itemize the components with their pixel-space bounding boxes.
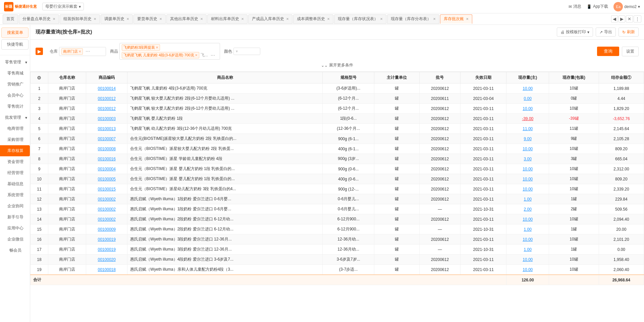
user-profile[interactable]: Ea demo2 ▾: [613, 2, 640, 11]
row-qty[interactable]: 10.00: [506, 184, 549, 194]
refresh-btn[interactable]: ↻ 刷新: [619, 28, 639, 37]
row-code[interactable]: 00100018: [86, 265, 127, 275]
sidebar-item-member-club[interactable]: 畅会员: [0, 245, 30, 256]
sidebar-item-retail-stats[interactable]: 零售统计: [0, 101, 30, 112]
sidebar-item-wholesale[interactable]: 批发管理 ▾: [0, 112, 30, 123]
product-input[interactable]: 飞鹤奶粉3段两提装 ✕ 飞鹤星飞帆 儿童奶粉 4段(3-6岁适用) 700克 ✕…: [119, 43, 220, 60]
quick-nav-btn[interactable]: 快捷导航: [1, 39, 29, 50]
row-code[interactable]: 00100019: [86, 245, 127, 255]
row-code[interactable]: 00100008: [86, 144, 127, 154]
warehouse-tag-remove[interactable]: ✕: [78, 50, 81, 53]
tab-prev[interactable]: ◀: [611, 15, 618, 22]
row-code[interactable]: 00100002: [86, 204, 127, 214]
row-qty[interactable]: 10.00: [506, 104, 549, 114]
row-code[interactable]: 00100016: [86, 154, 127, 164]
row-qty[interactable]: 2.00: [506, 204, 549, 214]
row-code[interactable]: 00100012: [86, 104, 127, 114]
settings-icon[interactable]: ⚙: [37, 75, 41, 80]
row-qty[interactable]: 10.00: [506, 234, 549, 245]
tab-close[interactable]: ✕: [53, 17, 55, 21]
row-qty[interactable]: 0.00: [506, 94, 549, 104]
row-qty[interactable]: 10.00: [506, 84, 549, 94]
sidebar-item-enterprise[interactable]: 企业协同: [0, 201, 30, 212]
row-qty[interactable]: -39.00: [506, 114, 549, 124]
sidebar-item-marketing[interactable]: 营销推广: [0, 79, 30, 90]
sidebar-item-operations[interactable]: 经营管理: [0, 167, 30, 178]
tab-close[interactable]: ✕: [126, 17, 129, 21]
tab-fenpan[interactable]: 分量盘点单历史 ✕: [19, 14, 59, 24]
row-code[interactable]: 00100004: [86, 164, 127, 174]
sidebar-item-members[interactable]: 会员中心: [0, 90, 30, 101]
product-tag-1-remove[interactable]: ✕: [156, 46, 158, 49]
tab-close[interactable]: ✕: [286, 17, 289, 21]
row-code[interactable]: 00100019: [86, 234, 127, 245]
row-qty[interactable]: 10.00: [506, 174, 549, 184]
row-code[interactable]: 00100020: [86, 255, 127, 265]
search-menu-btn[interactable]: 搜索菜单: [1, 28, 29, 38]
sidebar-item-inventory[interactable]: 库存核算: [0, 145, 30, 156]
tab-close[interactable]: ✕: [327, 17, 330, 21]
setting-btn[interactable]: 设置: [622, 47, 639, 56]
row-code[interactable]: 00100005: [86, 174, 127, 184]
sidebar-item-retail[interactable]: 零售管理 ▾: [0, 57, 30, 68]
row-qty[interactable]: 10.00: [506, 265, 549, 275]
tab-zuzhuang[interactable]: 组装拆卸单历史 ✕: [60, 14, 100, 24]
tab-kucun-pici[interactable]: 库存批次账 ✕: [440, 14, 472, 24]
query-btn[interactable]: 查询: [597, 47, 619, 56]
tab-chancheng[interactable]: 产成品入库单历史 ✕: [248, 14, 292, 24]
sidebar-item-guide[interactable]: 新手引导: [0, 212, 30, 223]
row-code[interactable]: 00100013: [86, 124, 127, 134]
row-qty[interactable]: 10.00: [506, 255, 549, 265]
sidebar-item-system[interactable]: 系统管理: [0, 190, 30, 201]
app-download-btn[interactable]: 📱 App下载: [587, 4, 608, 9]
tab-close[interactable]: ✕: [241, 17, 244, 21]
company-dropdown[interactable]: 母婴行业演示账套 ▾: [42, 3, 84, 10]
tab-next[interactable]: ▶: [619, 15, 625, 22]
warehouse-input[interactable]: 南岸门店 ✕ ···: [59, 47, 106, 56]
row-code[interactable]: 00100007: [86, 134, 127, 144]
tab-close[interactable]: ✕: [200, 17, 203, 21]
row-code[interactable]: 00100014: [86, 84, 127, 94]
tab-xiancun2[interactable]: 现存量（库存分布表） ✕: [387, 14, 439, 24]
row-qty[interactable]: 3.00: [506, 154, 549, 164]
warehouse-more[interactable]: ···: [86, 48, 90, 54]
tab-close[interactable]: ✕: [94, 17, 96, 21]
tab-close-all[interactable]: ✕: [626, 15, 633, 22]
tab-close[interactable]: ✕: [380, 17, 383, 21]
row-code[interactable]: 00100002: [86, 214, 127, 224]
row-code[interactable]: 00100003: [86, 114, 127, 124]
row-qty[interactable]: 9.00: [506, 134, 549, 144]
tab-chuku[interactable]: 其他出库单历史 ✕: [166, 14, 207, 24]
tab-home[interactable]: 首页: [3, 14, 18, 24]
row-qty[interactable]: 10.00: [506, 214, 549, 224]
tab-yaohuo[interactable]: 要货单历史 ✕: [133, 14, 166, 24]
filter-expand-icon[interactable]: ▶: [36, 48, 43, 55]
tab-cailiao[interactable]: 材料出库单历史 ✕: [207, 14, 248, 24]
sidebar-item-finance[interactable]: 资金管理: [0, 156, 30, 167]
tab-close[interactable]: ✕: [433, 17, 436, 21]
row-code[interactable]: 00100009: [86, 224, 127, 234]
row-qty[interactable]: 10.00: [506, 144, 549, 154]
tab-menu[interactable]: ⋮: [634, 15, 641, 22]
row-qty[interactable]: 1.00: [506, 224, 549, 234]
sidebar-item-wechat[interactable]: 企业微信: [0, 234, 30, 245]
tab-chengben[interactable]: 成本调整单历史 ✕: [293, 14, 333, 24]
sidebar-item-mall[interactable]: 零售商城: [0, 68, 30, 79]
tab-xiancun1[interactable]: 现存量（库存状况表） ✕: [334, 14, 386, 24]
sidebar-item-apps[interactable]: 应用中心: [0, 223, 30, 234]
product-tag-2-remove[interactable]: ✕: [195, 53, 198, 57]
row-qty[interactable]: 1.00: [506, 194, 549, 204]
export-btn[interactable]: ↗ 导出: [596, 28, 616, 37]
product-more-btn[interactable]: ···: [211, 52, 215, 58]
row-qty[interactable]: 1.00: [506, 245, 549, 255]
row-code[interactable]: 00100012: [86, 94, 127, 104]
messages-btn[interactable]: ✉ 消息: [569, 4, 581, 9]
row-code[interactable]: 00100015: [86, 184, 127, 194]
col-settings[interactable]: ⚙: [31, 72, 48, 84]
tab-diaob[interactable]: 调拨单历史 ✕: [101, 14, 133, 24]
expand-more-btn[interactable]: ⌄⌄ 展开更多条件: [36, 62, 639, 68]
sidebar-item-ecommerce[interactable]: 电商管理: [0, 123, 30, 134]
tab-close[interactable]: ✕: [159, 17, 162, 21]
sidebar-item-purchase[interactable]: 采购管理: [0, 134, 30, 145]
color-input[interactable]: ▾: [233, 48, 260, 55]
